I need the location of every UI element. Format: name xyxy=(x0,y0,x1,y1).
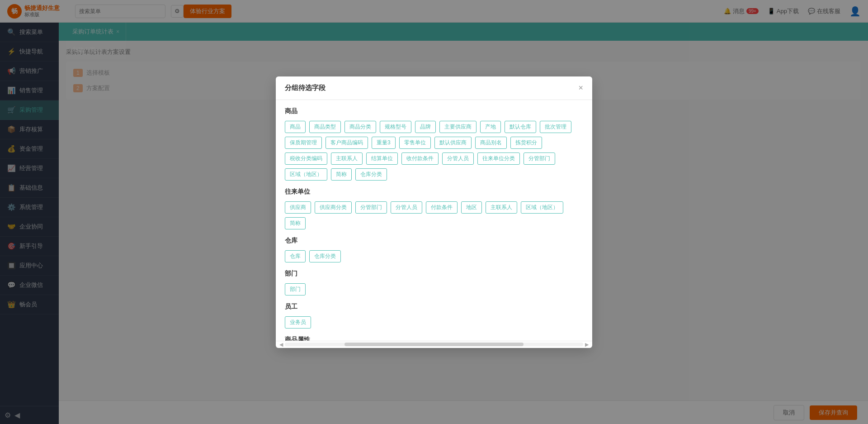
field-tag-0-10[interactable]: 客户商品编码 xyxy=(326,137,368,149)
field-tag-0-6[interactable]: 产地 xyxy=(480,121,501,133)
field-grid-2: 仓库仓库分类 xyxy=(285,250,583,262)
field-tag-1-1[interactable]: 供应商分类 xyxy=(315,201,352,214)
field-tag-0-25[interactable]: 仓库分类 xyxy=(355,168,387,181)
field-tag-0-19[interactable]: 收付款条件 xyxy=(401,152,439,165)
field-tag-0-15[interactable]: 拣货积分 xyxy=(510,137,542,149)
field-tag-0-9[interactable]: 保质期管理 xyxy=(285,137,322,149)
section-title-1: 往来单位 xyxy=(285,188,583,196)
field-tag-1-0[interactable]: 供应商 xyxy=(285,201,311,214)
modal-title: 分组待选字段 xyxy=(285,84,326,92)
field-tag-0-16[interactable]: 税收分类编码 xyxy=(285,152,327,165)
field-tag-0-0[interactable]: 商品 xyxy=(285,121,306,133)
section-title-4: 员工 xyxy=(285,303,583,311)
field-tag-1-4[interactable]: 付款条件 xyxy=(426,201,458,214)
field-tag-0-24[interactable]: 简称 xyxy=(331,168,352,181)
modal-header: 分组待选字段 × xyxy=(276,76,592,100)
section-title-3: 部门 xyxy=(285,270,583,278)
field-tag-0-22[interactable]: 分管部门 xyxy=(524,152,555,165)
field-tag-0-20[interactable]: 分管人员 xyxy=(442,152,474,165)
field-tag-0-7[interactable]: 默认仓库 xyxy=(505,121,536,133)
field-tag-0-13[interactable]: 默认供应商 xyxy=(434,137,472,149)
field-grid-0: 商品商品类型商品分类规格型号品牌主要供应商产地默认仓库批次管理保质期管理客户商品… xyxy=(285,121,583,181)
modal-close-button[interactable]: × xyxy=(578,84,583,92)
field-tag-1-7[interactable]: 区域（地区） xyxy=(521,201,563,214)
field-tag-0-18[interactable]: 结算单位 xyxy=(366,152,398,165)
field-grid-3: 部门 xyxy=(285,283,583,295)
field-grid-1: 供应商供应商分类分管部门分管人员付款条件地区主联系人区域（地区）简称 xyxy=(285,201,583,229)
field-tag-0-4[interactable]: 品牌 xyxy=(415,121,436,133)
modal-body[interactable]: 商品商品商品类型商品分类规格型号品牌主要供应商产地默认仓库批次管理保质期管理客户… xyxy=(276,100,592,341)
field-tag-2-0[interactable]: 仓库 xyxy=(285,250,306,262)
field-tag-0-5[interactable]: 主要供应商 xyxy=(439,121,476,133)
section-title-0: 商品 xyxy=(285,107,583,115)
section-title-2: 仓库 xyxy=(285,237,583,245)
field-tag-0-12[interactable]: 零售单位 xyxy=(399,137,431,149)
horizontal-scrollbar[interactable] xyxy=(285,343,583,346)
field-tag-2-1[interactable]: 仓库分类 xyxy=(309,250,341,262)
field-tag-0-14[interactable]: 商品别名 xyxy=(475,137,507,149)
field-tag-0-23[interactable]: 区域（地区） xyxy=(285,168,327,181)
field-tag-3-0[interactable]: 部门 xyxy=(285,283,306,295)
field-tag-1-6[interactable]: 主联系人 xyxy=(486,201,517,214)
field-tag-0-3[interactable]: 规格型号 xyxy=(380,121,411,133)
field-tag-0-11[interactable]: 重量3 xyxy=(372,137,396,149)
field-tag-0-1[interactable]: 商品类型 xyxy=(309,121,341,133)
field-tag-0-21[interactable]: 往来单位分类 xyxy=(477,152,520,165)
field-tag-1-3[interactable]: 分管人员 xyxy=(391,201,422,214)
field-grid-4: 业务员 xyxy=(285,316,583,329)
field-tag-1-8[interactable]: 简称 xyxy=(285,217,306,229)
modal-dialog: 分组待选字段 × 商品商品商品类型商品分类规格型号品牌主要供应商产地默认仓库批次… xyxy=(276,76,592,348)
section-title-5: 商品属性 xyxy=(285,336,583,341)
field-tag-0-17[interactable]: 主联系人 xyxy=(331,152,363,165)
field-tag-1-2[interactable]: 分管部门 xyxy=(355,201,387,214)
modal-overlay: 分组待选字段 × 商品商品商品类型商品分类规格型号品牌主要供应商产地默认仓库批次… xyxy=(0,0,868,424)
field-tag-1-5[interactable]: 地区 xyxy=(461,201,482,214)
field-tag-0-8[interactable]: 批次管理 xyxy=(540,121,571,133)
field-tag-0-2[interactable]: 商品分类 xyxy=(344,121,376,133)
scrollbar-thumb xyxy=(344,343,524,346)
field-tag-4-0[interactable]: 业务员 xyxy=(285,316,311,329)
modal-footer-scrollbar: ◀ ▶ xyxy=(276,341,592,348)
